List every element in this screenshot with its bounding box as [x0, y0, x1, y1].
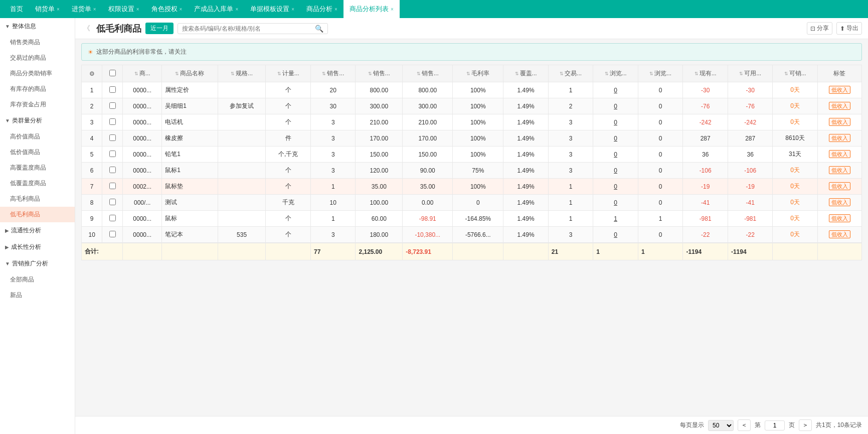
col-settings[interactable]: ⚙: [82, 65, 102, 82]
col-sales-amount[interactable]: ⇅销售...: [403, 65, 453, 82]
col-sales-qty[interactable]: ⇅销售...: [310, 65, 356, 82]
sidebar-group-marketing-analysis[interactable]: ▼ 营销推广分析: [0, 255, 75, 272]
sidebar-item-new-goods[interactable]: 新品: [0, 287, 75, 303]
cell-checkbox[interactable]: [102, 130, 123, 147]
col-coverage[interactable]: ⇅覆盖...: [503, 65, 549, 82]
select-all-checkbox[interactable]: [109, 70, 116, 76]
close-icon[interactable]: ×: [136, 7, 139, 12]
col-view2[interactable]: ⇅浏览...: [638, 65, 683, 82]
cell-view1[interactable]: 0: [593, 179, 638, 195]
cell-view1[interactable]: 0: [593, 147, 638, 163]
cell-view1[interactable]: 0: [593, 82, 638, 98]
col-transaction[interactable]: ⇅交易...: [548, 65, 593, 82]
search-input[interactable]: [182, 25, 315, 32]
content-header: 《 低毛利商品 近一月 🔍 ⊡ 分享 ⬆ 导出: [75, 18, 868, 39]
col-tag[interactable]: 标签: [817, 65, 861, 82]
close-icon[interactable]: ×: [57, 7, 60, 12]
next-page-button[interactable]: ＞: [799, 419, 812, 431]
sidebar-item-high-coverage[interactable]: 高覆盖度商品: [0, 160, 75, 176]
period-button[interactable]: 近一月: [145, 23, 173, 34]
col-available[interactable]: ⇅可用...: [728, 65, 773, 82]
sidebar-item-in-stock-goods[interactable]: 有库存的商品: [0, 81, 75, 97]
col-checkbox[interactable]: [102, 65, 123, 82]
close-icon[interactable]: ×: [291, 7, 294, 12]
row-checkbox[interactable]: [109, 118, 116, 125]
cell-checkbox[interactable]: [102, 147, 123, 163]
cell-view1[interactable]: 0: [593, 195, 638, 211]
cell-checkbox[interactable]: [102, 211, 123, 227]
nav-home[interactable]: 首页: [4, 0, 29, 18]
nav-permissions[interactable]: 权限设置 ×: [102, 0, 145, 18]
sidebar-item-traded-goods[interactable]: 交易过的商品: [0, 50, 75, 66]
cell-name: 电话机: [162, 114, 218, 130]
close-icon[interactable]: ×: [235, 7, 238, 12]
col-current-stock[interactable]: ⇅现有...: [683, 65, 728, 82]
cell-checkbox[interactable]: [102, 195, 123, 211]
cell-tag: 低收入: [817, 227, 861, 243]
col-code[interactable]: ⇅商...: [123, 65, 162, 82]
sidebar-item-all-goods[interactable]: 全部商品: [0, 272, 75, 287]
col-unit[interactable]: ⇅计量...: [266, 65, 311, 82]
search-icon[interactable]: 🔍: [315, 25, 323, 33]
page-input[interactable]: [765, 420, 785, 430]
sidebar-item-sales-goods[interactable]: 销售类商品: [0, 35, 75, 50]
cell-checkbox[interactable]: [102, 227, 123, 243]
nav-product-inbound[interactable]: 产成品入库单 ×: [188, 0, 244, 18]
cell-view1[interactable]: 0: [593, 163, 638, 179]
per-page-select[interactable]: 50 10 20 100: [708, 420, 734, 431]
row-checkbox[interactable]: [109, 183, 116, 189]
nav-template-settings[interactable]: 单据模板设置 ×: [244, 0, 300, 18]
cell-view1[interactable]: 0: [593, 98, 638, 114]
cell-checkbox[interactable]: [102, 82, 123, 98]
row-checkbox[interactable]: [109, 199, 116, 205]
row-checkbox[interactable]: [109, 167, 116, 173]
nav-product-analysis-list[interactable]: 商品分析列表 ×: [343, 0, 400, 18]
row-checkbox[interactable]: [109, 215, 116, 221]
col-name[interactable]: ⇅商品名称: [162, 65, 218, 82]
cell-checkbox[interactable]: [102, 98, 123, 114]
cell-available: -41: [728, 195, 773, 211]
row-checkbox[interactable]: [109, 231, 116, 237]
sidebar-item-category-rate[interactable]: 商品分类助销率: [0, 66, 75, 81]
cell-checkbox[interactable]: [102, 163, 123, 179]
sidebar-group-growth-analysis[interactable]: ▶ 成长性分析: [0, 239, 75, 255]
col-sellable[interactable]: ⇅可销...: [773, 65, 818, 82]
cell-view1[interactable]: 1: [593, 211, 638, 227]
row-checkbox[interactable]: [109, 134, 116, 141]
close-icon[interactable]: ×: [391, 7, 394, 12]
sidebar-item-stock-capital[interactable]: 库存资金占用: [0, 97, 75, 112]
cell-checkbox[interactable]: [102, 114, 123, 130]
sidebar-item-low-coverage[interactable]: 低覆盖度商品: [0, 176, 75, 191]
prev-page-button[interactable]: ＜: [738, 419, 751, 431]
cell-view1[interactable]: 0: [593, 114, 638, 130]
col-sales-price[interactable]: ⇅销售...: [356, 65, 403, 82]
sidebar-item-low-margin[interactable]: 低毛利商品: [0, 207, 75, 222]
nav-product-analysis[interactable]: 商品分析 ×: [300, 0, 343, 18]
col-gross-margin[interactable]: ⇅毛利率: [453, 65, 503, 82]
cell-checkbox[interactable]: [102, 179, 123, 195]
nav-sales-order[interactable]: 销货单 ×: [29, 0, 66, 18]
close-icon[interactable]: ×: [93, 7, 96, 12]
col-view1[interactable]: ⇅浏览...: [593, 65, 638, 82]
nav-role-auth[interactable]: 角色授权 ×: [145, 0, 189, 18]
row-checkbox[interactable]: [109, 86, 116, 93]
sidebar-group-overall-info[interactable]: ▼ 整体信息: [0, 18, 75, 35]
sidebar-item-high-margin[interactable]: 高毛利商品: [0, 191, 75, 207]
cell-view2: 0: [638, 179, 683, 195]
cell-view1[interactable]: 0: [593, 130, 638, 147]
close-icon[interactable]: ×: [334, 7, 337, 12]
cell-spec: 参加复试: [218, 98, 266, 114]
col-spec[interactable]: ⇅规格...: [218, 65, 266, 82]
sidebar-item-high-value[interactable]: 高价值商品: [0, 129, 75, 144]
row-checkbox[interactable]: [109, 102, 116, 109]
export-button[interactable]: ⬆ 导出: [836, 22, 862, 35]
sidebar-item-low-value[interactable]: 低价值商品: [0, 144, 75, 160]
row-checkbox[interactable]: [109, 151, 116, 157]
nav-purchase-order[interactable]: 进货单 ×: [66, 0, 102, 18]
sidebar-group-liquidity-analysis[interactable]: ▶ 流通性分析: [0, 222, 75, 239]
sidebar-group-cluster-analysis[interactable]: ▼ 类群量分析: [0, 112, 75, 129]
share-button[interactable]: ⊡ 分享: [807, 22, 832, 35]
sidebar-collapse-button[interactable]: 《: [81, 23, 92, 34]
close-icon[interactable]: ×: [180, 7, 183, 12]
cell-view1[interactable]: 0: [593, 227, 638, 243]
